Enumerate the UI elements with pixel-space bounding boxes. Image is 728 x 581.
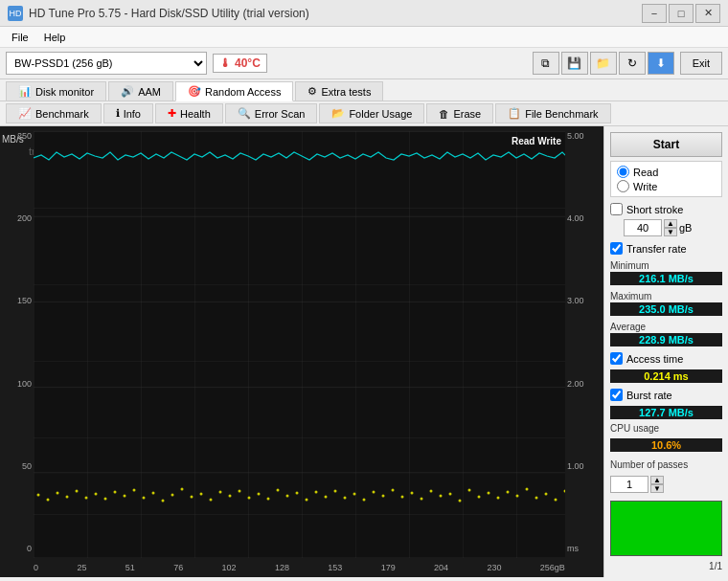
burst-rate-checkbox-label[interactable]: Burst rate: [610, 389, 722, 401]
cpu-usage-label: CPU usage: [610, 423, 722, 434]
svg-point-57: [507, 491, 510, 494]
burst-rate-checkbox[interactable]: [610, 389, 623, 401]
x-label-102: 102: [222, 563, 237, 572]
short-stroke-up-button[interactable]: ▲: [664, 219, 677, 228]
tab-aam-label: AAM: [138, 86, 161, 98]
help-menu[interactable]: Help: [36, 30, 74, 45]
maximize-button[interactable]: □: [669, 4, 694, 23]
tab-random-access[interactable]: 🎯 Random Access: [175, 81, 293, 101]
svg-point-39: [334, 490, 337, 493]
titlebar: HD HD Tune Pro 5.75 - Hard Disk/SSD Util…: [0, 0, 728, 27]
minimum-block: Minimum 216.1 MB/s: [610, 260, 722, 285]
passes-down-button[interactable]: ▼: [650, 484, 664, 493]
average-value: 228.9 MB/s: [610, 333, 722, 346]
passes-input[interactable]: [610, 476, 648, 493]
svg-point-10: [57, 492, 59, 495]
access-time-checkbox-label[interactable]: Access time: [610, 352, 722, 365]
svg-point-58: [516, 495, 519, 498]
tab-extra-tests[interactable]: ⚙ Extra tests: [295, 81, 383, 101]
svg-point-15: [104, 498, 107, 501]
tab-error-scan-label: Error Scan: [255, 108, 306, 120]
tab-error-scan[interactable]: 🔍 Error Scan: [225, 103, 318, 123]
tab-file-benchmark[interactable]: 📋 File Benchmark: [495, 103, 610, 123]
average-block: Average 228.9 MB/s: [610, 322, 722, 346]
progress-bar: [611, 502, 721, 555]
svg-point-40: [344, 497, 347, 500]
x-label-128: 128: [275, 563, 289, 572]
rw-label: Read Write: [512, 136, 561, 146]
read-radio-label[interactable]: Read: [617, 166, 716, 178]
svg-point-60: [535, 497, 538, 500]
svg-point-16: [114, 491, 117, 494]
tab-health-label: Health: [180, 108, 211, 120]
save-icon-btn[interactable]: 💾: [561, 52, 588, 75]
y-label-0: 0: [2, 544, 32, 553]
svg-point-51: [449, 493, 452, 496]
svg-point-27: [219, 491, 222, 494]
minimize-button[interactable]: −: [642, 4, 667, 23]
svg-point-53: [468, 489, 471, 492]
health-icon: ✚: [168, 107, 176, 120]
svg-point-31: [258, 493, 261, 496]
x-label-76: 76: [173, 563, 183, 572]
x-axis: 0 25 51 76 102 128 153 179 204 230 256gB: [34, 558, 565, 577]
short-stroke-input[interactable]: [624, 219, 662, 236]
read-write-radio-group: Read Write: [610, 161, 722, 197]
short-stroke-down-button[interactable]: ▼: [664, 228, 677, 236]
tab-folder-usage[interactable]: 📂 Folder Usage: [319, 103, 424, 123]
start-button[interactable]: Start: [610, 132, 722, 157]
passes-up-button[interactable]: ▲: [650, 476, 664, 484]
short-stroke-checkbox[interactable]: [610, 203, 623, 215]
folder-icon-btn[interactable]: 📁: [590, 52, 617, 75]
refresh-icon-btn[interactable]: ↻: [619, 52, 646, 75]
tab-info[interactable]: ℹ Info: [103, 103, 153, 123]
progress-bar-container: [610, 501, 722, 556]
svg-point-38: [325, 496, 328, 499]
close-button[interactable]: ✕: [695, 4, 720, 23]
tab-extra-tests-label: Extra tests: [321, 86, 371, 98]
y-label-50: 50: [2, 461, 32, 471]
read-radio[interactable]: [617, 166, 629, 178]
tab-aam[interactable]: 🔊 AAM: [108, 81, 173, 101]
exit-button[interactable]: Exit: [680, 52, 722, 75]
access-time-value: 0.214 ms: [610, 369, 722, 383]
svg-point-56: [497, 497, 500, 500]
tab-disk-monitor[interactable]: 📊 Disk monitor: [6, 81, 106, 101]
download-icon-btn[interactable]: ⬇: [648, 52, 674, 75]
y-label-200: 200: [2, 213, 32, 223]
svg-point-33: [277, 489, 280, 492]
svg-point-61: [545, 493, 548, 496]
write-radio-label[interactable]: Write: [617, 180, 716, 192]
tab-benchmark-label: Benchmark: [35, 108, 89, 120]
svg-point-55: [488, 492, 490, 495]
tab-erase[interactable]: 🗑 Erase: [426, 103, 493, 123]
read-label: Read: [633, 167, 658, 178]
y-label-150: 150: [2, 296, 32, 305]
write-label: Write: [633, 181, 657, 192]
tab-benchmark[interactable]: 📈 Benchmark: [6, 103, 102, 123]
write-radio[interactable]: [617, 180, 629, 192]
svg-point-37: [315, 491, 318, 494]
svg-point-20: [152, 492, 155, 495]
transfer-rate-checkbox[interactable]: [610, 242, 623, 255]
window-controls: − □ ✕: [642, 4, 720, 23]
access-time-checkbox[interactable]: [610, 352, 623, 365]
passes-spinner-buttons: ▲ ▼: [650, 476, 664, 493]
tab-health[interactable]: ✚ Health: [155, 103, 223, 123]
short-stroke-checkbox-label[interactable]: Short stroke: [610, 203, 722, 215]
copy-icon-btn[interactable]: ⧉: [533, 52, 559, 75]
svg-point-13: [85, 497, 88, 500]
transfer-rate-checkbox-label[interactable]: Transfer rate: [610, 242, 722, 255]
average-label: Average: [610, 322, 722, 332]
access-time-label: Access time: [626, 353, 683, 365]
svg-point-45: [392, 489, 395, 492]
svg-point-28: [229, 495, 232, 498]
svg-point-19: [143, 497, 146, 500]
file-menu[interactable]: File: [4, 30, 36, 45]
short-stroke-unit: gB: [679, 222, 692, 234]
svg-point-30: [248, 497, 251, 500]
svg-point-52: [459, 500, 462, 503]
device-select[interactable]: BW-PSSD1 (256 gB): [6, 52, 207, 75]
rw-legend: Read Write: [512, 136, 561, 146]
y-right-100: 1.00: [567, 461, 602, 471]
